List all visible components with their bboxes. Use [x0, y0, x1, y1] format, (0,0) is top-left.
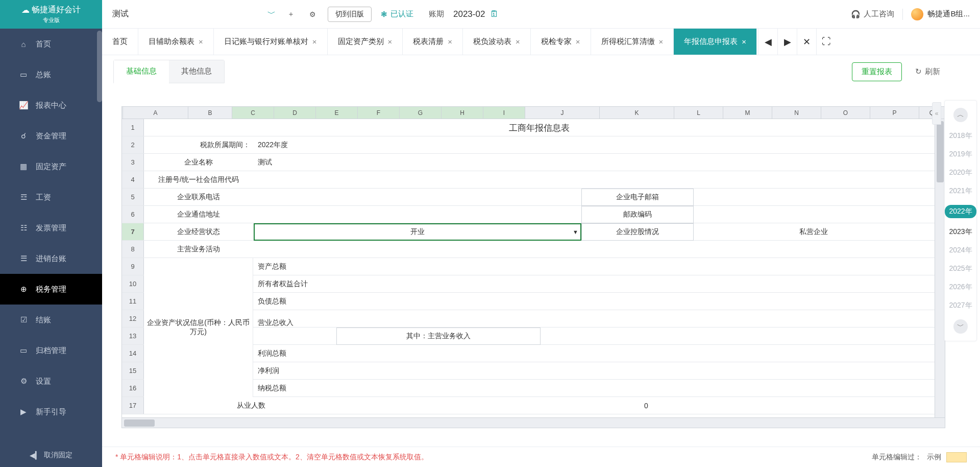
row-2[interactable]: 2	[122, 136, 144, 153]
col-K[interactable]: K	[600, 107, 674, 119]
col-P[interactable]: P	[870, 107, 919, 119]
support-button[interactable]: 🎧人工咨询	[851, 9, 894, 19]
tab-asset-cat[interactable]: 固定资产类别×	[328, 29, 403, 55]
company-selector[interactable]: 测试 ﹀	[112, 9, 276, 19]
year-2026年[interactable]: 2026年	[949, 283, 972, 292]
nav-tax[interactable]: ⊕税务管理	[0, 274, 102, 305]
add-button[interactable]: ＋	[285, 8, 297, 20]
row-8[interactable]: 8	[122, 241, 144, 258]
row-9[interactable]: 9	[122, 258, 144, 275]
close-icon[interactable]: ×	[388, 37, 393, 46]
old-version-button[interactable]: 切到旧版	[328, 7, 372, 22]
row-1[interactable]: 1	[122, 119, 144, 136]
nav-invoice[interactable]: ☷发票管理	[0, 213, 102, 243]
nav-salary[interactable]: ☲工资	[0, 182, 102, 213]
year-2027年[interactable]: 2027年	[949, 301, 972, 310]
row-6[interactable]: 6	[122, 206, 144, 223]
tab-annual-report[interactable]: 年报信息申报表×	[674, 29, 757, 55]
row-14[interactable]: 14	[122, 345, 144, 362]
row-7[interactable]: 7	[122, 223, 144, 240]
vertical-scrollbar[interactable]	[935, 119, 945, 417]
year-2025年[interactable]: 2025年	[949, 264, 972, 273]
row-5[interactable]: 5	[122, 189, 144, 205]
value-holding[interactable]: 私营企业	[694, 223, 934, 241]
col-J[interactable]: J	[525, 107, 600, 119]
year-2019年[interactable]: 2019年	[949, 150, 972, 159]
tabs-fullscreen[interactable]: ⛶	[816, 29, 836, 55]
nav-close[interactable]: ☑结账	[0, 305, 102, 335]
row-12[interactable]: 12	[122, 310, 144, 327]
nav-home[interactable]: ⌂首页	[0, 29, 102, 59]
close-icon[interactable]: ×	[576, 37, 580, 46]
close-icon[interactable]: ×	[312, 37, 317, 46]
col-I[interactable]: I	[483, 107, 525, 119]
col-O[interactable]: O	[821, 107, 870, 119]
tab-tax-list[interactable]: 税表清册×	[403, 29, 463, 55]
tabs-prev[interactable]: ◀	[758, 29, 777, 55]
nav-funds[interactable]: ☌资金管理	[0, 121, 102, 151]
refresh-button[interactable]: ↻刷新	[915, 67, 940, 77]
col-E[interactable]: E	[316, 107, 358, 119]
active-cell-status[interactable]: 开业▼	[254, 223, 581, 241]
row-3[interactable]: 3	[122, 154, 144, 171]
year-2024年[interactable]: 2024年	[949, 246, 972, 255]
year-2020年[interactable]: 2020年	[949, 168, 972, 177]
col-N[interactable]: N	[772, 107, 821, 119]
row-10[interactable]: 10	[122, 275, 144, 292]
col-L[interactable]: L	[674, 107, 723, 119]
tab-balance[interactable]: 目辅助余额表×	[138, 29, 214, 55]
row-4[interactable]: 4	[122, 171, 144, 188]
close-icon[interactable]: ×	[516, 37, 520, 46]
nav-ledger[interactable]: ▭总账	[0, 59, 102, 90]
horizontal-scrollbar[interactable]	[122, 417, 945, 428]
unpin-button[interactable]: ◀▎取消固定	[0, 451, 102, 460]
tab-tax-fluct[interactable]: 税负波动表×	[463, 29, 531, 55]
subtab-basic[interactable]: 基础信息	[114, 60, 169, 83]
year-2018年[interactable]: 2018年	[949, 131, 972, 141]
row-17[interactable]: 17	[122, 397, 144, 414]
close-icon[interactable]: ×	[659, 37, 664, 46]
nav-archive[interactable]: ▭归档管理	[0, 335, 102, 366]
col-F[interactable]: F	[358, 107, 400, 119]
reset-button[interactable]: 重置报表	[852, 62, 902, 81]
row-15[interactable]: 15	[122, 362, 144, 379]
nav-inventory[interactable]: ☰进销台账	[0, 243, 102, 274]
close-icon[interactable]: ×	[448, 37, 452, 46]
dropdown-icon[interactable]: ▼	[573, 229, 578, 235]
period-value-cell[interactable]: 2022年度	[255, 136, 408, 154]
col-G[interactable]: G	[400, 107, 442, 119]
year-2023年[interactable]: 2023年	[949, 227, 972, 237]
col-B[interactable]: B	[188, 107, 232, 119]
year-down[interactable]: ﹀	[953, 319, 968, 334]
nav-reports[interactable]: 📈报表中心	[0, 90, 102, 121]
col-C[interactable]: C	[232, 107, 274, 119]
col-D[interactable]: D	[274, 107, 316, 119]
tab-home[interactable]: 首页	[102, 29, 138, 55]
tabs-next[interactable]: ▶	[777, 29, 797, 55]
row-16[interactable]: 16	[122, 380, 144, 396]
tab-bank[interactable]: 日记账与银行对账单核对×	[214, 29, 328, 55]
period-picker[interactable]: 2023-02🗓	[453, 9, 499, 19]
close-icon[interactable]: ×	[199, 37, 203, 46]
nav-guide[interactable]: ▶新手引导	[0, 396, 102, 427]
year-up[interactable]: ︿	[953, 108, 968, 122]
user-menu[interactable]: 畅捷通B组...	[911, 8, 970, 20]
settings-button[interactable]: ⚙	[306, 8, 318, 20]
col-M[interactable]: M	[723, 107, 772, 119]
nav-assets[interactable]: ▦固定资产	[0, 151, 102, 182]
tab-income-tax[interactable]: 所得税汇算清缴×	[591, 29, 674, 55]
tabs-close-all[interactable]: ✕	[797, 29, 816, 55]
tab-tax-expert[interactable]: 税检专家×	[531, 29, 591, 55]
subtab-other[interactable]: 其他信息	[169, 60, 224, 83]
row-13[interactable]: 13	[122, 328, 144, 344]
row-11[interactable]: 11	[122, 293, 144, 310]
value-employees[interactable]: 0	[358, 397, 934, 414]
collapse-year-panel[interactable]: «	[932, 102, 941, 125]
close-icon[interactable]: ×	[742, 37, 746, 46]
col-H[interactable]: H	[442, 107, 483, 119]
year-2022年[interactable]: 2022年	[945, 205, 976, 218]
nav-settings[interactable]: ⚙设置	[0, 366, 102, 396]
year-2021年[interactable]: 2021年	[949, 186, 972, 196]
sidebar-scrollbar[interactable]	[97, 31, 102, 102]
value-company[interactable]: 测试	[255, 154, 663, 171]
